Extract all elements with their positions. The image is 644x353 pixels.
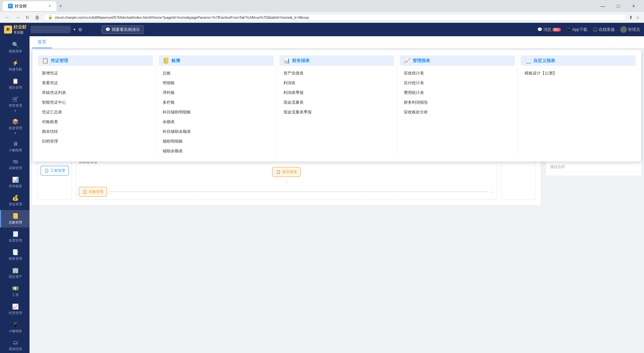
back-btn[interactable]: ← xyxy=(4,13,11,21)
sidebar-item-general-ledger[interactable]: 📒 总账管理 xyxy=(0,210,30,228)
menu-item-expense[interactable]: 费用统计表 xyxy=(400,88,515,98)
app-header-right: 💬 消息 99+ 📱 App下载 🎧 在线客服 管理员 xyxy=(537,26,640,33)
menu-item-aux-detail[interactable]: 辅助明细账 xyxy=(159,137,274,146)
flow-inventory-row: 📋 库存管理 xyxy=(79,167,494,177)
refresh-btn[interactable]: ↻ xyxy=(24,13,31,21)
header-dropdown-arrow[interactable]: ▾ xyxy=(73,27,75,32)
menu-item-payable[interactable]: 应付统计表 xyxy=(400,78,515,88)
sidebar-item-capital[interactable]: 💰 资金管理 xyxy=(0,192,30,209)
sidebar-item-quick-nav[interactable]: ⚡ 快捷导航 xyxy=(0,57,30,74)
flow-node-purchase[interactable]: 📋 采购管理 xyxy=(79,187,107,197)
content-area: 首页 📋 凭证管理 新增凭证 查看凭证 草稿凭证列表 智能凭证中心 xyxy=(30,36,644,353)
tax-icon: 📑 xyxy=(12,249,19,255)
browser-icons: ⬆ ☆ xyxy=(629,15,640,20)
sidebar-item-inventory[interactable]: 📊 库存核算 xyxy=(0,174,30,191)
menu-item-detail-account[interactable]: 明细账 xyxy=(159,78,274,88)
app-logo: 财 好业财 专业版 xyxy=(4,24,26,35)
app-download-btn[interactable]: 📱 App下载 xyxy=(566,27,587,33)
menu-item-view-voucher[interactable]: 查看凭证 xyxy=(38,78,153,88)
menu-item-cashflow-quarterly[interactable]: 现金流量表季报 xyxy=(279,107,394,117)
sidebar-item-salary[interactable]: 💵 工资 xyxy=(0,283,30,300)
menu-item-voucher-summary[interactable]: 凭证汇总表 xyxy=(38,107,153,117)
user-btn[interactable]: 管理员 xyxy=(620,26,640,33)
operations-label: 经营管理 xyxy=(9,311,22,315)
sidebar-item-purchase[interactable]: 🛍 采购管理 xyxy=(0,156,30,173)
flow-node-inventory[interactable]: 📋 库存管理 xyxy=(272,167,301,177)
menu-item-general-account[interactable]: 总账 xyxy=(159,68,274,78)
purchase-label: 采购管理 xyxy=(9,166,22,170)
tab-close-btn[interactable]: × xyxy=(49,4,51,8)
voucher-icon: 📋 xyxy=(42,57,49,64)
sidebar-item-invoice[interactable]: 🧾 发票管理 xyxy=(0,228,30,246)
minimize-btn[interactable]: — xyxy=(595,0,610,12)
logo-text: 好业财 专业版 xyxy=(13,24,26,35)
share-icon[interactable]: ⬆ xyxy=(629,15,633,20)
salary-label: 工资 xyxy=(12,293,19,297)
mgmt-header: 📈 管理报表 xyxy=(400,55,515,66)
browser-tab[interactable]: 财 好业财 × xyxy=(3,1,56,11)
online-service-btn[interactable]: 🎧 在线客服 xyxy=(593,27,615,33)
menu-section-voucher: 📋 凭证管理 新增凭证 查看凭证 草稿凭证列表 智能凭证中心 凭证汇总表 对账检… xyxy=(38,55,153,156)
menu-item-balance-sheet[interactable]: 资产负债表 xyxy=(279,68,394,78)
menu-item-receivable-analysis[interactable]: 应收账款分析 xyxy=(400,107,515,117)
close-btn[interactable]: × xyxy=(626,0,641,12)
sidebar-item-search[interactable]: 🔍 搜索菜单 xyxy=(0,39,30,56)
retail-icon: 🛒 xyxy=(12,96,19,102)
forward-btn[interactable]: → xyxy=(14,13,21,21)
header-search-input[interactable] xyxy=(31,26,71,33)
message-badge: 99+ xyxy=(552,28,561,32)
sidebar-item-operations[interactable]: 📈 经营管理 xyxy=(0,301,30,318)
menu-item-archive[interactable]: 归档管理 xyxy=(38,137,153,146)
header-settings-icon[interactable]: ⚙ xyxy=(78,27,83,32)
sidebar-item-wholesale[interactable]: 📦 批发管理 ▾ xyxy=(0,116,30,138)
message-btn[interactable]: 💬 消息 99+ xyxy=(537,27,561,33)
live-demo-label: 我要看实例演示 xyxy=(112,27,140,33)
sidebar-item-retail[interactable]: 🛒 零售管理 ▾ xyxy=(0,93,30,115)
flow-node-salary[interactable]: 📋 工资管理 xyxy=(41,166,69,175)
menu-item-profit-report[interactable]: 财务利润报告 xyxy=(400,98,515,107)
address-bar[interactable]: 🔒 cloud.chanjet.com/cc/u6d89qwnryel/57bf… xyxy=(44,14,626,21)
sidebar-item-sales[interactable]: 📱 小畅销售 xyxy=(0,319,30,336)
new-tab-btn[interactable]: + xyxy=(58,2,63,10)
menu-item-period-end[interactable]: 期末结转 xyxy=(38,127,153,137)
message-label: 消息 xyxy=(543,27,551,33)
tax-label: 税务管理 xyxy=(9,256,22,261)
menu-item-aux-balance[interactable]: 辅助余额表 xyxy=(159,146,274,156)
live-demo-btn[interactable]: 💬 我要看实例演示 xyxy=(102,26,144,34)
sidebar-item-ecommerce[interactable]: 🖥 小畅电商 xyxy=(0,138,30,155)
sidebar-item-project[interactable]: 📋 项目合同 xyxy=(0,75,30,93)
sidebar: 🔍 搜索菜单 ⚡ 快捷导航 📋 项目合同 🛒 零售管理 ▾ 📦 批发管理 ▾ xyxy=(0,36,30,353)
home-tab[interactable]: 首页 xyxy=(32,36,52,48)
purchase-icon: 🛍 xyxy=(13,159,18,165)
sales-label: 小畅销售 xyxy=(9,329,22,334)
maximize-btn[interactable]: □ xyxy=(610,0,626,12)
menu-item-profit-statement[interactable]: 利润表 xyxy=(279,78,394,88)
app-header: 财 好业财 专业版 ▾ ⚙ 💬 我要看实例演示 💬 消息 99+ 📱 App下载 xyxy=(0,23,644,36)
menu-item-subject-detail[interactable]: 科目辅助明细账 xyxy=(159,107,274,117)
menu-item-multi-column[interactable]: 多栏账 xyxy=(159,98,274,107)
bookmark-icon[interactable]: ☆ xyxy=(636,15,640,20)
menu-item-balance-table[interactable]: 余额表 xyxy=(159,117,274,127)
menu-item-sequence-account[interactable]: 序时账 xyxy=(159,88,274,98)
menu-item-reconcile[interactable]: 对账检查 xyxy=(38,117,153,127)
sidebar-item-basic-info[interactable]: 🗂 基础信息 xyxy=(0,337,30,353)
menu-item-subject-balance[interactable]: 科目辅助余额表 xyxy=(159,127,274,137)
sidebar-item-fixed-assets[interactable]: 🏢 固定资产 xyxy=(0,264,30,282)
sales-icon: 📱 xyxy=(12,321,19,328)
wholesale-icon: 📦 xyxy=(12,118,19,125)
todo-item-1[interactable]: 项目合同 xyxy=(550,163,637,171)
menu-item-template-design[interactable]: 模板设计【公测】 xyxy=(521,68,636,78)
sidebar-item-tax[interactable]: 📑 税务管理 xyxy=(0,246,30,264)
address-bar-row: ← → ↻ 🗑 🔒 cloud.chanjet.com/cc/u6d89qwnr… xyxy=(0,12,644,23)
menu-item-receivable[interactable]: 应收统计表 xyxy=(400,68,515,78)
divider-4 xyxy=(518,55,518,156)
menu-item-smart-voucher[interactable]: 智能凭证中心 xyxy=(38,98,153,107)
delete-btn[interactable]: 🗑 xyxy=(34,13,41,21)
menu-item-profit-quarterly[interactable]: 利润表季报 xyxy=(279,88,394,98)
tab-bar: 首页 xyxy=(30,36,644,48)
menu-item-new-voucher[interactable]: 新增凭证 xyxy=(38,68,153,78)
tab-title: 好业财 xyxy=(15,3,27,9)
menu-item-draft-voucher[interactable]: 草稿凭证列表 xyxy=(38,88,153,98)
menu-item-cashflow[interactable]: 现金流量表 xyxy=(279,98,394,107)
service-icon: 🎧 xyxy=(593,27,598,32)
